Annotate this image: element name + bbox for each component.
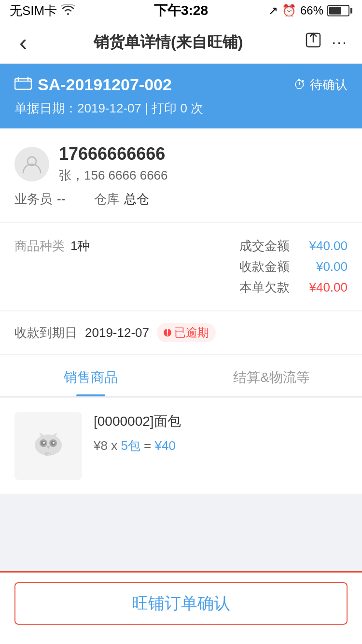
order-header: SA-20191207-002 ⏱ 待确认 单据日期：2019-12-07 | … [0,64,362,128]
product-type-value: 1种 [70,238,90,254]
page-title: 销货单详情(来自旺铺) [94,32,243,53]
owed-amount-row: 本单欠款 ¥40.00 [239,279,348,296]
nav-bar: ‹ 销货单详情(来自旺铺) ··· [0,21,362,64]
more-icon[interactable]: ··· [332,33,348,51]
deal-amount-row: 成交金额 ¥40.00 [239,238,348,254]
svg-point-8 [43,442,45,444]
customer-name: 张，156 6666 6666 [59,167,168,184]
salesperson-item: 业务员 -- [14,191,65,208]
order-meta: 单据日期：2019-12-07 | 打印 0 次 [14,100,348,117]
owed-amount-label: 本单欠款 [239,279,290,296]
alarm-icon: ⏰ [282,4,296,17]
salesperson-label: 业务员 [14,191,52,208]
overdue-text: 已逾期 [174,325,209,340]
tab-sales-products[interactable]: 销售商品 [0,355,181,396]
overdue-badge: ! 已逾期 [157,323,216,342]
confirm-order-button[interactable]: 旺铺订单确认 [14,582,348,625]
status-time: 下午3:28 [154,1,208,20]
svg-rect-1 [15,79,31,89]
battery-percent: 66% [300,4,323,17]
nav-actions: ··· [305,31,348,53]
status-clock-icon: ⏱ [293,77,306,92]
deal-amount-value: ¥40.00 [299,238,348,253]
warehouse-value: 总仓 [124,191,149,208]
tabs-header: 销售商品 结算&物流等 [0,355,362,397]
due-date-section: 收款到期日 2019-12-07 ! 已逾期 [0,311,362,354]
received-amount-label: 收款金额 [239,258,290,275]
tab-sales-label: 销售商品 [64,370,118,385]
customer-meta: 业务员 -- 仓库 总仓 [14,191,348,208]
overdue-dot-icon: ! [164,329,171,336]
price-equals: = [140,438,155,453]
price-qty: 5包 [121,438,140,453]
salesperson-value: -- [57,192,65,207]
status-text: 待确认 [310,76,348,93]
carrier-text: 无SIM卡 [10,2,57,19]
tab-settlement[interactable]: 结算&物流等 [181,355,362,396]
received-amount-value: ¥0.00 [299,259,348,274]
product-name: [0000002]面包 [94,412,348,431]
customer-phone: 17666666666 [59,144,168,164]
status-bar: 无SIM卡 下午3:28 ↗ ⏰ 66% [0,0,362,21]
order-status: ⏱ 待确认 [293,76,348,93]
order-icon [14,76,32,93]
product-placeholder-icon: 管+ [31,431,65,462]
due-date-value: 2019-12-07 [85,325,149,340]
product-price: ¥8 x 5包 = ¥40 [94,437,348,454]
back-button[interactable]: ‹ [14,24,32,60]
received-amount-row: 收款金额 ¥0.00 [239,258,348,275]
warehouse-label: 仓库 [94,191,119,208]
summary-section: 商品种类 1种 成交金额 ¥40.00 收款金额 ¥0.00 本单欠款 ¥40.… [0,223,362,310]
product-type-label: 商品种类 [14,238,65,254]
wifi-icon [61,3,75,18]
customer-avatar [14,147,49,182]
due-date-label: 收款到期日 [14,324,77,341]
price-text: ¥8 x [94,438,121,453]
customer-section: 17666666666 张，156 6666 6666 业务员 -- 仓库 总仓 [0,129,362,222]
svg-text:管+: 管+ [44,451,52,457]
order-id: SA-20191207-002 [14,75,172,94]
print-count: 打印 0 次 [152,101,203,115]
share-icon[interactable] [305,31,322,53]
battery-icon [327,5,352,16]
svg-point-9 [53,442,55,444]
order-date: 单据日期：2019-12-07 [14,101,141,115]
deal-amount-label: 成交金额 [239,238,290,254]
tab-settlement-label: 结算&物流等 [233,370,310,385]
product-type: 商品种类 1种 [14,238,90,254]
order-id-text: SA-20191207-002 [38,75,172,94]
amounts: 成交金额 ¥40.00 收款金额 ¥0.00 本单欠款 ¥40.00 [239,238,348,296]
location-icon: ↗ [268,4,278,17]
product-image: 管+ [14,412,82,480]
product-info: [0000002]面包 ¥8 x 5包 = ¥40 [94,412,348,454]
warehouse-item: 仓库 总仓 [94,191,149,208]
price-total: ¥40 [154,438,175,453]
product-section: 管+ [0000002]面包 ¥8 x 5包 = ¥40 [0,398,362,494]
status-left: 无SIM卡 [10,2,75,19]
product-item: 管+ [0000002]面包 ¥8 x 5包 = ¥40 [14,412,348,480]
bottom-bar: 旺铺订单确认 [0,571,362,644]
tabs-section: 销售商品 结算&物流等 [0,355,362,397]
status-right: ↗ ⏰ 66% [268,4,352,17]
owed-amount-value: ¥40.00 [299,280,348,295]
